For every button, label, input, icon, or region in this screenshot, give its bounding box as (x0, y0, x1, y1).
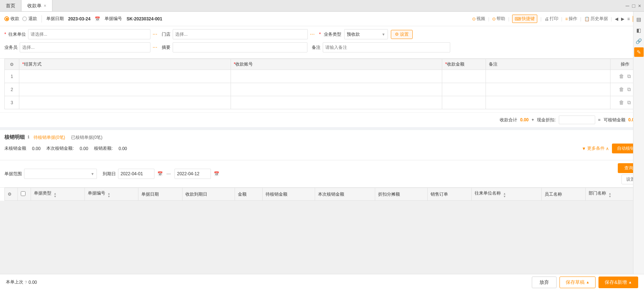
cell-amount-3[interactable] (442, 96, 486, 109)
bottom-table-gear[interactable]: ⚙ (8, 192, 12, 197)
right-panel-icon1[interactable]: ▤ (634, 15, 644, 24)
hex-tab-done[interactable]: 已核销单据(0笔) (71, 134, 103, 141)
copy-icon-3[interactable]: ⧉ (627, 99, 631, 105)
cell-amount-1[interactable] (442, 70, 486, 83)
bottom-col-number: 单据编号 ▲▼ (85, 188, 138, 201)
cell-settlement-2[interactable] (19, 83, 231, 96)
unverified-value: 0.00 (32, 146, 40, 151)
bottom-col-amount: 金额 (235, 188, 262, 201)
hex-stats-right: ▼ 更多条件 ∧ 自动核销 (582, 144, 640, 153)
range-label: 单据范围 (4, 171, 22, 177)
nav-next-icon[interactable]: ▶ (621, 16, 624, 21)
remark-label: 备注 (312, 44, 321, 51)
date-label: 到期日 (103, 171, 116, 177)
gear-icon: ⚙ (395, 32, 399, 37)
close-tab-icon[interactable]: × (44, 3, 46, 8)
cell-amount-2[interactable] (442, 83, 486, 96)
cell-account-2[interactable] (231, 83, 442, 96)
calc-label3: 可核销金额 (604, 117, 625, 123)
cell-account-3[interactable] (231, 96, 442, 109)
history-btn[interactable]: 📋 历史单据 (584, 16, 608, 22)
delete-icon-3[interactable]: 🗑 (619, 99, 624, 105)
sort-contact-icon[interactable]: ▲▼ (503, 192, 506, 198)
close-icon[interactable]: × (638, 3, 641, 9)
form-area: * 往来单位 ··· 门店 ··· * 业务类型 预收款 ▼ ⚙ 设置 业务员 (0, 26, 644, 59)
right-panel-icon2[interactable]: ◧ (634, 26, 644, 35)
contact-more-icon[interactable]: ··· (153, 31, 157, 37)
radio-receipt[interactable]: 收款 (4, 16, 19, 22)
form-settings-btn[interactable]: ⚙ 设置 (391, 30, 413, 39)
radio-circle-receipt (4, 16, 9, 21)
col-amount: *收款金额 (442, 59, 486, 70)
tab-receipt[interactable]: 收款单 × (21, 0, 52, 11)
right-panel: ▤ ◧ 🔗 ✎ (633, 12, 644, 201)
calc-equals: = (598, 117, 601, 122)
staff-input[interactable] (20, 42, 150, 52)
hex-tab-pending[interactable]: 待核销单据(0笔) (34, 134, 65, 141)
divider (42, 15, 42, 23)
right-panel-icon3[interactable]: 🔗 (634, 36, 644, 46)
store-input[interactable] (173, 29, 308, 39)
cell-account-1[interactable] (231, 70, 442, 83)
filter-icon: ▼ (582, 146, 586, 151)
cell-remark-3[interactable] (486, 96, 610, 109)
date-field: 到期日 📅 — 📅 (103, 169, 219, 179)
sort-number-icon[interactable]: ▲▼ (107, 192, 110, 198)
calc-value1: 0.00 (520, 117, 529, 122)
biz-type-chevron: ▼ (382, 32, 385, 36)
hex-stats: 未核销金额 0.00 本次核销金额: 0.00 核销差额: 0.00 ▼ 更多条… (4, 141, 640, 156)
select-all-checkbox[interactable] (21, 191, 25, 196)
range-select[interactable]: ▼ (24, 169, 97, 179)
cash-discount-input[interactable] (559, 115, 595, 124)
more-conditions-btn[interactable]: ▼ 更多条件 ∧ (582, 145, 609, 152)
nav-prev-icon[interactable]: ◀ (615, 16, 618, 21)
tab-home[interactable]: 首页 (0, 0, 21, 11)
bottom-col-gear: ⚙ (5, 188, 18, 201)
date-from-cal-icon[interactable]: 📅 (157, 171, 163, 176)
contact-input[interactable] (28, 29, 150, 39)
hex-title: 核销明细 ℹ (4, 134, 29, 141)
list-view-icon[interactable]: ≡ (627, 16, 630, 21)
cell-remark-2[interactable] (486, 83, 610, 96)
date-to-cal-icon[interactable]: 📅 (214, 171, 219, 176)
minimize-icon[interactable]: ─ (625, 3, 629, 9)
cell-settlement-1[interactable] (19, 70, 231, 83)
date-from-input[interactable] (118, 169, 154, 179)
row-num-3: 3 (5, 96, 19, 109)
sort-type-icon[interactable]: ▲▼ (54, 192, 56, 198)
maximize-icon[interactable]: □ (632, 3, 635, 9)
delete-icon-1[interactable]: 🗑 (619, 73, 624, 79)
table-gear-icon[interactable]: ⚙ (10, 62, 14, 67)
diff-label: 核销差额: (94, 145, 113, 152)
summary-input[interactable] (173, 42, 307, 52)
right-panel-icon4[interactable]: ✎ (634, 47, 644, 57)
store-more-icon[interactable]: ··· (310, 31, 315, 37)
biz-type-select[interactable]: 预收款 ▼ (344, 29, 388, 39)
calc-label1: 收款合计 (500, 117, 517, 123)
cell-remark-1[interactable] (486, 70, 610, 83)
window-controls: ─ □ × (625, 3, 644, 9)
help-btn[interactable]: ⊙ 帮助 (492, 16, 505, 22)
delete-icon-2[interactable]: 🗑 (619, 86, 624, 92)
shortcut-btn[interactable]: ⌨ 快捷键 (512, 15, 537, 23)
section-divider (0, 127, 644, 130)
main-table-container: ⚙ *结算方式 *收款账号 *收款金额 备注 操作 1 (0, 59, 644, 112)
store-label: 门店 (162, 31, 170, 38)
table-row: 3 🗑 ⧉ (5, 96, 640, 109)
toolbar: 收款 退款 单据日期 2023-03-24 📅 单据编号 SK-20230324… (0, 12, 644, 26)
sort-dept-icon[interactable]: ▲▼ (609, 192, 612, 198)
copy-icon-2[interactable]: ⧉ (627, 86, 631, 92)
radio-refund[interactable]: 退款 (22, 16, 37, 22)
video-btn[interactable]: ⊙ 视频 (472, 16, 485, 22)
date-to-input[interactable] (174, 169, 211, 179)
remark-input[interactable] (323, 42, 450, 52)
hex-info-icon[interactable]: ℹ (28, 135, 29, 140)
print-btn[interactable]: 🖨 打印 (545, 16, 558, 22)
copy-icon-1[interactable]: ⧉ (627, 73, 631, 79)
date-calendar-icon[interactable]: 📅 (95, 16, 100, 21)
hex-tabs: 待核销单据(0笔) 已核销单据(0笔) (34, 134, 102, 141)
staff-more-icon[interactable]: ··· (153, 44, 157, 50)
table-row: 2 🗑 ⧉ (5, 83, 640, 96)
cell-settlement-3[interactable] (19, 96, 231, 109)
operation-btn[interactable]: ≡ 操作 (565, 16, 577, 22)
